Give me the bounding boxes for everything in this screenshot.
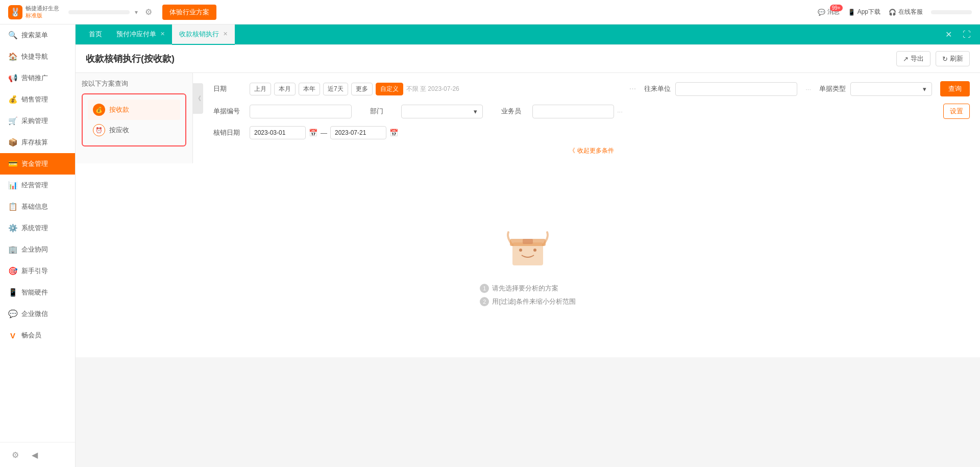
empty-tip-1: 1 请先选择要分析的方案 — [480, 284, 575, 293]
user-profile[interactable] — [931, 10, 972, 14]
sidebar: 🔍 搜索菜单 🏠 快捷导航 📢 营销推广 💰 销售管理 🛒 采购管理 📦 库存核… — [0, 24, 76, 467]
staff-dots: ··· — [617, 108, 623, 115]
top-bar-right: 💬 消息 99+ 📱 App下载 🎧 在线客服 — [818, 8, 972, 16]
dept-select[interactable]: ▾ — [401, 105, 483, 118]
sidebar-item-sales[interactable]: 💰 销售管理 — [0, 89, 75, 110]
solution-button[interactable]: 体验行业方案 — [162, 5, 216, 20]
last-month-btn[interactable]: 上月 — [250, 83, 271, 95]
vip-icon: V — [8, 331, 17, 340]
doc-no-input[interactable] — [250, 105, 352, 118]
message-icon: 💬 — [818, 9, 825, 16]
date-end-calendar-icon[interactable]: 📅 — [389, 129, 398, 137]
online-service-button[interactable]: 🎧 在线客服 — [889, 8, 923, 16]
settings-bottom-icon[interactable]: ⚙ — [8, 448, 22, 462]
sidebar-item-hardware[interactable]: 📱 智能硬件 — [0, 282, 75, 303]
sales-icon: 💰 — [8, 95, 17, 104]
refresh-button[interactable]: ↻ 刷新 — [936, 51, 970, 66]
partner-field: 往来单位 — [644, 82, 797, 96]
date-group: 上月 本月 本年 近7天 更多 自定义 不限 至 2023-07-26 — [250, 83, 459, 95]
app-icon: 📱 — [848, 9, 855, 16]
empty-tips: 1 请先选择要分析的方案 2 用[过滤]条件来缩小分析范围 — [480, 284, 575, 306]
chevron-icon: ▾ — [923, 85, 926, 93]
sidebar-item-business[interactable]: 📊 经营管理 — [0, 175, 75, 196]
tab-receivable[interactable]: 收款核销执行 ✕ — [172, 24, 235, 45]
tip-num-2: 2 — [480, 297, 489, 306]
filter-row-1: 日期 上月 本月 本年 近7天 更多 自定义 不限 至 2023-07-26 ·… — [213, 81, 970, 96]
filter-right: 日期 上月 本月 本年 近7天 更多 自定义 不限 至 2023-07-26 ·… — [203, 73, 980, 163]
date-start-calendar-icon[interactable]: 📅 — [309, 129, 317, 137]
export-icon: ↗ — [903, 55, 909, 63]
receivable-option-icon: ⏰ — [93, 124, 105, 136]
verify-date-start-input[interactable] — [250, 126, 306, 139]
filter-row-3: 核销日期 📅 — 📅 — [213, 126, 970, 139]
tab-prepay[interactable]: 预付冲应付单 ✕ — [109, 24, 172, 45]
sidebar-item-quick-nav[interactable]: 🏠 快捷导航 — [0, 46, 75, 67]
sidebar-item-basic-info[interactable]: 📋 基础信息 — [0, 196, 75, 217]
setting-button[interactable]: 设置 — [943, 104, 970, 119]
page-title-row: 收款核销执行(按收款) ↗ 导出 ↻ 刷新 — [86, 51, 970, 72]
sidebar-item-inventory[interactable]: 📦 库存核算 — [0, 132, 75, 153]
fund-icon: 💳 — [8, 159, 17, 168]
main-layout: 🔍 搜索菜单 🏠 快捷导航 📢 营销推广 💰 销售管理 🛒 采购管理 📦 库存核… — [0, 24, 980, 467]
sidebar-item-guide[interactable]: 🎯 新手引导 — [0, 260, 75, 282]
wechat-icon: 💬 — [8, 309, 17, 318]
maximize-tab-button[interactable]: ⛶ — [960, 28, 974, 42]
filter-option-by-receipt[interactable]: 💰 按收款 — [88, 100, 180, 120]
query-button[interactable]: 查询 — [940, 81, 970, 96]
sidebar-item-wechat[interactable]: 💬 企业微信 — [0, 303, 75, 325]
custom-date-btn[interactable]: 自定义 — [376, 83, 403, 95]
dept-field: 部门 ▾ — [370, 105, 483, 118]
doc-type-select[interactable]: ▾ — [850, 82, 932, 96]
filter-left-title: 按以下方案查询 — [82, 79, 186, 88]
date-label: 日期 — [213, 84, 241, 93]
collapse-more-area: 《 收起更多条件 — [213, 146, 970, 155]
close-prepay-tab[interactable]: ✕ — [160, 31, 165, 37]
logo-icon: 🐰 — [8, 5, 22, 19]
partner-input[interactable] — [675, 82, 797, 96]
sidebar-item-search-menu[interactable]: 🔍 搜索菜单 — [0, 24, 75, 46]
close-tab-button[interactable]: ✕ — [941, 28, 955, 42]
filter-option-by-receivable[interactable]: ⏰ 按应收 — [88, 120, 180, 140]
sidebar-item-purchase[interactable]: 🛒 采购管理 — [0, 110, 75, 132]
filter-left: 按以下方案查询 💰 按收款 ⏰ 按应收 — [76, 73, 193, 163]
sidebar-item-fund[interactable]: 💳 资金管理 — [0, 153, 75, 175]
more-btn[interactable]: 更多 — [351, 83, 373, 95]
export-button[interactable]: ↗ 导出 — [896, 51, 930, 66]
staff-field: 业务员 ··· — [501, 105, 623, 118]
dept-chevron-icon: ▾ — [474, 108, 477, 115]
tab-home[interactable]: 首页 — [82, 24, 109, 45]
this-year-btn[interactable]: 本年 — [299, 83, 320, 95]
search-icon: 🔍 — [8, 31, 17, 40]
top-bar: 🐰 畅捷通好生意 标准版 ▾ ⚙ 体验行业方案 💬 消息 99+ 📱 App下载… — [0, 0, 980, 24]
empty-state: 1 请先选择要分析的方案 2 用[过滤]条件来缩小分析范围 — [76, 163, 980, 357]
sidebar-item-collab[interactable]: 🏢 企业协同 — [0, 239, 75, 260]
top-bar-left: 🐰 畅捷通好生意 标准版 ▾ ⚙ 体验行业方案 — [8, 5, 216, 20]
partner-dots: ··· — [629, 84, 636, 93]
this-month-btn[interactable]: 本月 — [274, 83, 296, 95]
collapse-more-button[interactable]: 《 收起更多条件 — [569, 146, 614, 155]
filter-row-2: 单据编号 部门 ▾ 业务员 ··· — [213, 104, 970, 119]
company-selector[interactable] — [68, 10, 130, 14]
system-icon: ⚙️ — [8, 224, 17, 233]
sidebar-item-system[interactable]: ⚙️ 系统管理 — [0, 217, 75, 239]
collapse-icon: 《 — [569, 146, 575, 155]
receipt-option-icon: 💰 — [93, 104, 105, 116]
staff-input[interactable] — [532, 105, 614, 118]
sidebar-item-marketing[interactable]: 📢 营销推广 — [0, 67, 75, 89]
filter-options-box: 💰 按收款 ⏰ 按应收 — [82, 93, 186, 146]
page-title: 收款核销执行(按收款) — [86, 53, 175, 65]
content-area: 首页 预付冲应付单 ✕ 收款核销执行 ✕ ✕ ⛶ 收款核销执行(按收款) — [76, 24, 980, 467]
gear-icon[interactable]: ⚙ — [145, 7, 152, 17]
close-receivable-tab[interactable]: ✕ — [223, 31, 228, 37]
logo-area: 🐰 畅捷通好生意 标准版 — [8, 5, 59, 19]
verify-date-end-input[interactable] — [330, 126, 386, 139]
svg-rect-2 — [523, 239, 533, 244]
page-header: 收款核销执行(按收款) ↗ 导出 ↻ 刷新 — [76, 45, 980, 73]
last-7days-btn[interactable]: 近7天 — [323, 83, 348, 95]
message-button[interactable]: 💬 消息 99+ — [818, 8, 840, 16]
app-download-button[interactable]: 📱 App下载 — [848, 8, 880, 16]
sidebar-item-vip[interactable]: V 畅会员 — [0, 325, 75, 346]
collapse-filter-button[interactable]: 《 — [193, 83, 203, 114]
chevron-down-icon[interactable]: ▾ — [135, 9, 138, 16]
collapse-sidebar-icon[interactable]: ◀ — [28, 448, 42, 462]
